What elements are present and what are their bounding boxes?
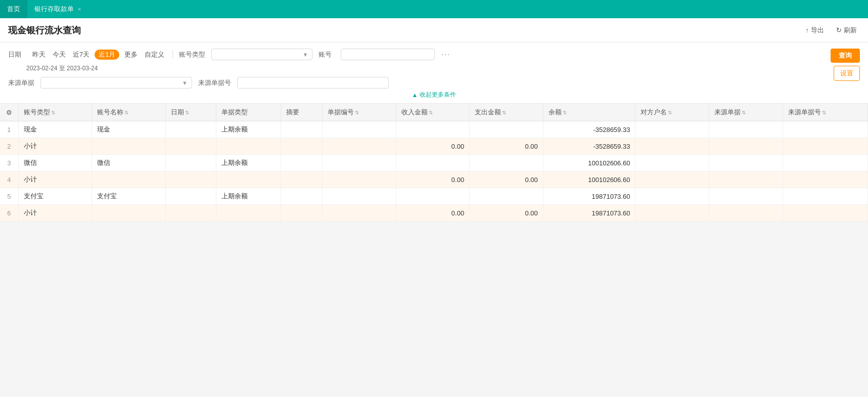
cell-8-row-1 xyxy=(470,121,543,138)
account-type-select[interactable]: ▼ xyxy=(211,49,312,60)
cell-0-row-5: 5 xyxy=(0,188,18,205)
col-header-income[interactable]: 收入金额⇅ xyxy=(396,104,470,121)
sort-icon-source_doc: ⇅ xyxy=(742,110,746,115)
nav-home[interactable]: 首页 xyxy=(0,0,27,18)
cell-12-row-6 xyxy=(783,205,867,222)
account-type-value xyxy=(216,51,218,58)
col-header-doc_no[interactable]: 单据编号⇅ xyxy=(323,104,396,121)
source-doc-label: 来源单据 xyxy=(8,78,34,87)
date-options: 昨天今天近7天近1月更多自定义 xyxy=(30,50,166,60)
col-header-date[interactable]: 日期⇅ xyxy=(165,104,216,121)
collapse-button[interactable]: ▲ 收起更多条件 xyxy=(412,91,456,99)
collapse-label: 收起更多条件 xyxy=(420,91,456,99)
nav-tab-4[interactable]: 银行存取款单× xyxy=(27,0,101,18)
cell-7-row-2: 0.00 xyxy=(396,138,470,155)
filter-area: 日期 昨天今天近7天近1月更多自定义 账号类型 ▼ 账号 ··· 2023-02… xyxy=(0,42,868,104)
cell-12-row-1 xyxy=(783,121,867,138)
cell-1-row-5: 支付宝 xyxy=(18,188,92,205)
cell-2-row-4 xyxy=(92,171,166,188)
cell-6-row-3 xyxy=(323,155,396,171)
cell-1-row-4: 小计 xyxy=(18,171,92,188)
sort-icon-doc_no: ⇅ xyxy=(355,110,359,115)
cell-8-row-4: 0.00 xyxy=(470,171,543,188)
source-doc-select[interactable]: ▼ xyxy=(40,77,192,89)
cell-8-row-5 xyxy=(470,188,543,205)
chevron-down-icon-2: ▼ xyxy=(182,80,188,86)
cell-7-row-6: 0.00 xyxy=(396,205,470,222)
date-opt-2[interactable]: 近7天 xyxy=(71,50,92,60)
data-table: ⚙账号类型⇅账号名称⇅日期⇅单据类型摘要单据编号⇅收入金额⇅支出金额⇅余额⇅对方… xyxy=(0,104,868,222)
cell-10-row-5 xyxy=(635,188,709,205)
cell-5-row-2 xyxy=(281,138,322,155)
settings-button[interactable]: 设置 xyxy=(834,66,860,81)
date-opt-4[interactable]: 更多 xyxy=(122,50,140,60)
cell-6-row-1 xyxy=(323,121,396,138)
col-header-source_doc_no[interactable]: 来源单据号⇅ xyxy=(783,104,867,121)
col-header-account_name[interactable]: 账号名称⇅ xyxy=(92,104,166,121)
sort-icon-account_name: ⇅ xyxy=(124,110,128,115)
table-row: 6小计0.000.0019871073.60 xyxy=(0,205,868,222)
query-button[interactable]: 查询 xyxy=(831,49,860,63)
more-dots[interactable]: ··· xyxy=(441,50,450,59)
cell-0-row-1: 1 xyxy=(0,121,18,138)
cell-8-row-6: 0.00 xyxy=(470,205,543,222)
cell-5-row-3 xyxy=(281,155,322,171)
date-opt-3[interactable]: 近1月 xyxy=(95,50,119,60)
cell-10-row-1 xyxy=(635,121,709,138)
cell-8-row-2: 0.00 xyxy=(470,138,543,155)
table-container: ⚙账号类型⇅账号名称⇅日期⇅单据类型摘要单据编号⇅收入金额⇅支出金额⇅余额⇅对方… xyxy=(0,104,868,222)
cell-4-row-4 xyxy=(216,171,281,188)
table-row: 2小计0.000.00-3528659.33 xyxy=(0,138,868,155)
refresh-icon: ↻ xyxy=(836,26,842,34)
cell-1-row-1: 现金 xyxy=(18,121,92,138)
cell-10-row-3 xyxy=(635,155,709,171)
cell-1-row-2: 小计 xyxy=(18,138,92,155)
page-title: 现金银行流水查询 xyxy=(8,24,81,36)
settings-col-icon[interactable]: ⚙ xyxy=(6,109,12,116)
cell-7-row-3 xyxy=(396,155,470,171)
nav-tab-label-4: 银行存取款单 xyxy=(34,0,74,18)
date-label: 日期 xyxy=(8,50,24,59)
cell-0-row-2: 2 xyxy=(0,138,18,155)
sort-icon-income: ⇅ xyxy=(429,110,433,115)
col-header-settings: ⚙ xyxy=(0,104,18,121)
sort-icon-balance: ⇅ xyxy=(563,110,567,115)
cell-1-row-6: 小计 xyxy=(18,205,92,222)
refresh-button[interactable]: ↻ 刷新 xyxy=(833,24,860,37)
cell-9-row-2: -3528659.33 xyxy=(543,138,635,155)
export-button[interactable]: ↑ 导出 xyxy=(803,24,828,37)
cell-5-row-1 xyxy=(281,121,322,138)
col-header-source_doc[interactable]: 来源单据⇅ xyxy=(709,104,783,121)
date-opt-5[interactable]: 自定义 xyxy=(143,50,166,60)
col-header-account_type[interactable]: 账号类型⇅ xyxy=(18,104,92,121)
cell-0-row-3: 3 xyxy=(0,155,18,171)
cell-5-row-5 xyxy=(281,188,322,205)
date-opt-1[interactable]: 今天 xyxy=(51,50,68,60)
sort-icon-counterpart: ⇅ xyxy=(668,110,672,115)
nav-tab-close-4[interactable]: × xyxy=(78,0,81,18)
cell-4-row-3: 上期余额 xyxy=(216,155,281,171)
cell-3-row-6 xyxy=(165,205,216,222)
cell-9-row-6: 19871073.60 xyxy=(543,205,635,222)
date-range-display: 2023-02-24 至 2023-03-24 xyxy=(26,65,98,72)
header-actions: ↑ 导出 ↻ 刷新 xyxy=(803,24,860,37)
cell-2-row-2 xyxy=(92,138,166,155)
cell-5-row-4 xyxy=(281,171,322,188)
col-header-expense[interactable]: 支出金额⇅ xyxy=(470,104,543,121)
account-type-label: 账号类型 xyxy=(179,50,205,59)
source-doc-no-label: 来源单据号 xyxy=(198,78,231,87)
right-buttons: 查询 设置 xyxy=(831,49,860,81)
source-doc-no-input[interactable] xyxy=(237,77,389,89)
col-header-counterpart[interactable]: 对方户名⇅ xyxy=(635,104,709,121)
account-input[interactable] xyxy=(341,49,435,60)
cell-7-row-4: 0.00 xyxy=(396,171,470,188)
cell-3-row-5 xyxy=(165,188,216,205)
collapse-icon: ▲ xyxy=(412,92,418,99)
cell-0-row-4: 4 xyxy=(0,171,18,188)
cell-9-row-5: 19871073.60 xyxy=(543,188,635,205)
table-row: 4小计0.000.00100102606.60 xyxy=(0,171,868,188)
col-header-balance[interactable]: 余额⇅ xyxy=(543,104,635,121)
table-head-row: ⚙账号类型⇅账号名称⇅日期⇅单据类型摘要单据编号⇅收入金额⇅支出金额⇅余额⇅对方… xyxy=(0,104,868,121)
sort-icon-date: ⇅ xyxy=(185,110,189,115)
date-opt-0[interactable]: 昨天 xyxy=(30,50,48,60)
